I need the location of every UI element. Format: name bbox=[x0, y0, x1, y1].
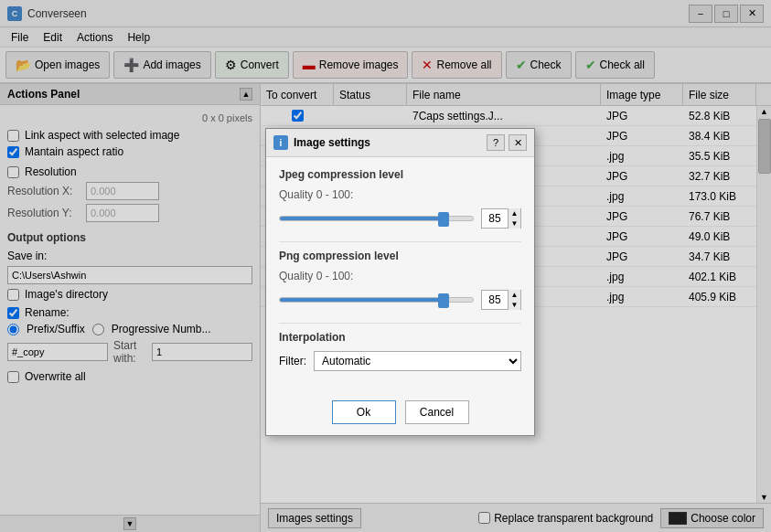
png-value-box: ▲ ▼ bbox=[481, 290, 521, 310]
jpeg-quality-input[interactable] bbox=[482, 209, 508, 228]
png-quality-label: Quality 0 - 100: bbox=[279, 270, 521, 282]
jpeg-slider-thumb[interactable] bbox=[438, 212, 449, 227]
png-down-arrow[interactable]: ▼ bbox=[508, 300, 520, 310]
png-slider-row: ▲ ▼ bbox=[279, 290, 521, 310]
modal-icon: i bbox=[273, 135, 288, 150]
png-section-title: Png compression level bbox=[279, 250, 521, 262]
jpeg-quality-label: Quality 0 - 100: bbox=[279, 188, 521, 201]
jpeg-section-title: Jpeg compression level bbox=[279, 168, 521, 181]
modal-close-button[interactable]: ✕ bbox=[509, 134, 527, 151]
modal-title: Image settings bbox=[294, 136, 370, 149]
jpeg-down-arrow[interactable]: ▼ bbox=[508, 218, 520, 229]
png-slider-thumb[interactable] bbox=[438, 293, 449, 308]
jpeg-slider-fill bbox=[280, 217, 444, 220]
jpeg-up-arrow[interactable]: ▲ bbox=[508, 208, 520, 218]
png-slider-fill bbox=[280, 298, 444, 302]
cancel-button[interactable]: Cancel bbox=[405, 400, 469, 424]
filter-select[interactable]: AutomaticNearest neighborBilinearBicubic bbox=[314, 351, 521, 371]
modal-overlay: i Image settings ? ✕ Jpeg compression le… bbox=[0, 0, 771, 532]
filter-row: Filter: AutomaticNearest neighborBilinea… bbox=[279, 351, 521, 371]
modal-title-left: i Image settings bbox=[273, 135, 370, 150]
png-slider-track[interactable] bbox=[279, 297, 474, 303]
png-quality-input[interactable] bbox=[482, 291, 508, 309]
jpeg-value-box: ▲ ▼ bbox=[481, 208, 521, 229]
interpolation-section: Interpolation Filter: AutomaticNearest n… bbox=[279, 331, 521, 371]
separator-2 bbox=[279, 323, 521, 324]
modal-title-bar: i Image settings ? ✕ bbox=[266, 129, 534, 157]
jpeg-arrows: ▲ ▼ bbox=[508, 208, 520, 229]
modal-footer: Ok Cancel bbox=[266, 393, 534, 435]
modal-help-button[interactable]: ? bbox=[487, 134, 505, 151]
ok-button[interactable]: Ok bbox=[332, 400, 396, 424]
jpeg-slider-track[interactable] bbox=[279, 216, 474, 221]
separator-1 bbox=[279, 241, 521, 242]
interpolation-title: Interpolation bbox=[279, 331, 521, 344]
png-arrows: ▲ ▼ bbox=[508, 290, 520, 310]
jpeg-slider-row: ▲ ▼ bbox=[279, 208, 521, 229]
modal-controls: ? ✕ bbox=[487, 134, 527, 151]
png-up-arrow[interactable]: ▲ bbox=[508, 290, 520, 300]
filter-label: Filter: bbox=[279, 355, 306, 367]
modal-body: Jpeg compression level Quality 0 - 100: … bbox=[266, 157, 534, 393]
image-settings-modal: i Image settings ? ✕ Jpeg compression le… bbox=[265, 128, 535, 436]
